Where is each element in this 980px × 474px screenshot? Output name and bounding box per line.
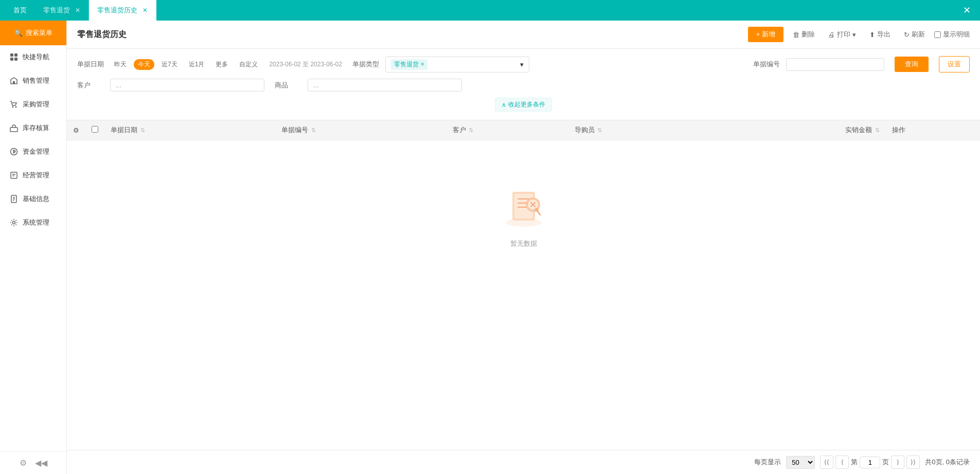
type-filter-content: 零售退货 ×	[391, 59, 520, 70]
filter-row-2: 客户 ... 商品 ...	[77, 79, 970, 92]
page-size-label: 每页显示	[754, 458, 781, 467]
sidebar-item-purchase[interactable]: 采购管理	[0, 93, 66, 116]
select-all-checkbox[interactable]	[92, 126, 98, 133]
settings-icon[interactable]: ⚙	[73, 126, 79, 134]
col-customer-sort[interactable]: ⇅	[469, 127, 473, 133]
type-filter-tag-text: 零售退货	[394, 60, 419, 69]
svg-rect-7	[10, 127, 17, 132]
page-next-button[interactable]: ⟩	[891, 455, 904, 469]
svg-rect-9	[11, 172, 17, 178]
sidebar-item-quick-nav-label: 快捷导航	[23, 52, 49, 62]
collapse-icon: ∧	[502, 101, 506, 108]
customer-filter-group: 客户 ...	[77, 79, 264, 92]
doc-number-label: 单据编号	[753, 60, 782, 69]
page-unit: 页	[882, 458, 889, 467]
collapse-button[interactable]: ∧ 收起更多条件	[495, 98, 552, 112]
empty-image	[498, 181, 549, 233]
col-settings: ⚙	[67, 120, 85, 140]
setting-button[interactable]: 设置	[939, 56, 970, 72]
main-layout: 🔍 搜索菜单 快捷导航 销售管理 采购管理 库存核算	[0, 21, 980, 474]
date-btn-today[interactable]: 今天	[134, 59, 154, 70]
sales-icon	[9, 76, 19, 85]
goods-placeholder: ...	[313, 81, 319, 89]
print-label: 打印	[837, 30, 850, 39]
col-action: 操作	[886, 120, 980, 140]
operation-icon	[9, 171, 19, 180]
sidebar-item-inventory[interactable]: 库存核算	[0, 116, 66, 140]
sidebar-item-system-label: 系统管理	[23, 218, 49, 227]
page-last-button[interactable]: ⟩⟩	[906, 455, 920, 469]
export-label: 导出	[877, 30, 890, 39]
type-filter-select[interactable]: 零售退货 × ▾	[385, 57, 529, 72]
page-total: 共0页, 0条记录	[925, 458, 970, 467]
date-filter-label: 单据日期	[77, 60, 106, 69]
col-date-sort[interactable]: ⇅	[140, 127, 145, 133]
show-detail-wrap: 显示明细	[934, 30, 970, 39]
type-filter-tag-close[interactable]: ×	[421, 61, 424, 68]
delete-button[interactable]: 🗑 删除	[789, 28, 819, 41]
sidebar-item-system[interactable]: 系统管理	[0, 211, 66, 234]
retail-return-history-label: 零售退货历史	[97, 6, 137, 15]
gear-button[interactable]: ⚙	[20, 458, 27, 468]
tab-home[interactable]: 首页	[5, 0, 35, 21]
page-number-input[interactable]	[860, 457, 880, 468]
date-btn-1month[interactable]: 近1月	[185, 59, 209, 70]
content-area: 零售退货历史 + 新增 🗑 删除 🖨 打印 ▾ ⬆ 导出 ↻	[67, 21, 980, 474]
show-detail-checkbox[interactable]	[934, 31, 941, 38]
col-number-sort[interactable]: ⇅	[311, 127, 316, 133]
refresh-button[interactable]: ↻ 刷新	[900, 28, 929, 41]
print-button[interactable]: 🖨 打印 ▾	[824, 28, 860, 41]
page-prev-button[interactable]: ⟨	[835, 455, 849, 469]
page-label: 第	[851, 458, 858, 467]
retail-return-close[interactable]: ✕	[75, 7, 80, 14]
date-btn-7days[interactable]: 近7天	[157, 59, 182, 70]
sidebar-item-finance[interactable]: 资金管理	[0, 140, 66, 163]
data-table: ⚙ 单据日期 ⇅ 单据编号 ⇅	[67, 120, 980, 140]
page-first-button[interactable]: ⟨⟨	[820, 455, 833, 469]
show-detail-label: 显示明细	[943, 30, 970, 39]
col-checkbox	[85, 120, 104, 140]
col-number: 单据编号 ⇅	[275, 120, 446, 140]
date-btn-custom[interactable]: 自定义	[235, 59, 262, 70]
goods-input[interactable]: ...	[308, 79, 462, 92]
sidebar-bottom: ⚙ ◀◀	[0, 451, 66, 474]
customer-input[interactable]: ...	[110, 79, 264, 92]
date-btn-more[interactable]: 更多	[211, 59, 232, 70]
date-btn-yesterday[interactable]: 昨天	[110, 59, 131, 70]
col-customer: 客户 ⇅	[447, 120, 568, 140]
customer-label: 客户	[77, 81, 106, 90]
type-filter-dropdown-icon: ▾	[520, 61, 524, 68]
svg-rect-0	[10, 53, 13, 57]
sidebar-item-operation-label: 经营管理	[23, 171, 49, 180]
col-guide: 导购员 ⇅	[568, 120, 715, 140]
sidebar: 🔍 搜索菜单 快捷导航 销售管理 采购管理 库存核算	[0, 21, 67, 474]
query-button[interactable]: 查询	[895, 57, 929, 72]
window-close-button[interactable]: ✕	[959, 3, 975, 18]
export-button[interactable]: ⬆ 导出	[865, 28, 895, 41]
doc-number-filter-group: 单据编号	[753, 58, 884, 71]
search-menu-button[interactable]: 🔍 搜索菜单	[0, 21, 66, 45]
tab-retail-return[interactable]: 零售退货 ✕	[35, 0, 89, 21]
add-button[interactable]: + 新增	[748, 27, 783, 42]
sidebar-item-operation[interactable]: 经营管理	[0, 163, 66, 187]
sidebar-item-sales[interactable]: 销售管理	[0, 69, 66, 93]
sidebar-item-quick-nav[interactable]: 快捷导航	[0, 45, 66, 69]
retail-return-history-close[interactable]: ✕	[142, 7, 148, 14]
goods-filter-group: 商品 ...	[275, 79, 462, 92]
svg-rect-2	[10, 58, 13, 61]
sidebar-item-basic-info-label: 基础信息	[23, 194, 49, 204]
doc-number-input[interactable]	[786, 58, 884, 71]
svg-point-6	[15, 106, 17, 108]
date-range-display: 2023-06-02 至 2023-06-02	[269, 60, 342, 69]
customer-placeholder: ...	[116, 81, 121, 89]
tab-retail-return-history[interactable]: 零售退货历史 ✕	[89, 0, 156, 21]
tab-bar: 首页 零售退货 ✕ 零售退货历史 ✕	[5, 0, 959, 21]
page-size-select[interactable]: 10 20 50 100	[786, 456, 815, 469]
col-amount-sort[interactable]: ⇅	[875, 127, 880, 133]
sidebar-item-basic-info[interactable]: 基础信息	[0, 187, 66, 211]
volume-button[interactable]: ◀◀	[35, 458, 47, 468]
col-guide-sort[interactable]: ⇅	[597, 127, 602, 133]
goods-label: 商品	[275, 81, 304, 90]
print-icon: 🖨	[828, 31, 835, 39]
col-amount-label: 实销金额	[845, 126, 872, 134]
